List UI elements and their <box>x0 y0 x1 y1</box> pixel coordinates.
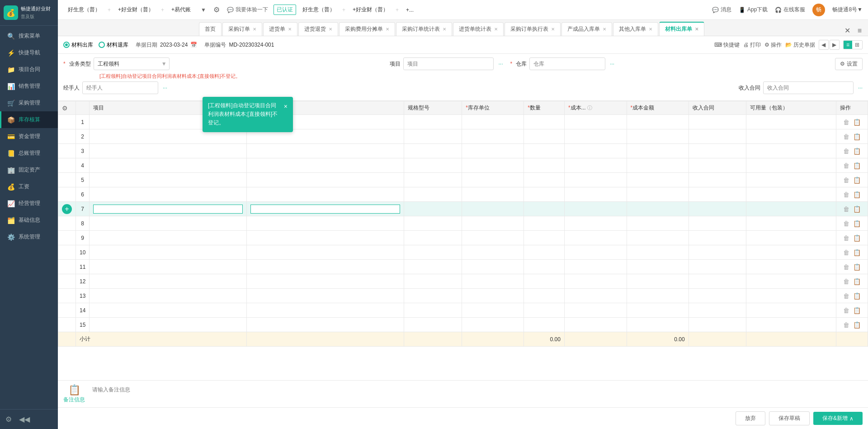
copy-icon-6[interactable]: 📋 <box>853 191 861 198</box>
row-available-4[interactable] <box>746 158 836 173</box>
row-available-2[interactable] <box>746 129 836 144</box>
table-row[interactable]: 4 🗑 📋 <box>58 158 868 173</box>
table-row[interactable]: 14 🗑 📋 <box>58 303 868 318</box>
row-spec-14[interactable] <box>404 303 462 318</box>
row-cost-6[interactable] <box>564 187 627 202</box>
row-material-12[interactable] <box>247 274 404 289</box>
row-qty-7[interactable] <box>524 202 565 216</box>
sidebar-item-sales[interactable]: 📊 销售管理 <box>0 78 58 95</box>
row-cost-13[interactable] <box>564 289 627 303</box>
delete-icon-1[interactable]: 🗑 <box>843 119 849 126</box>
row-cost-11[interactable] <box>564 260 627 274</box>
settings-bottom-icon[interactable]: ⚙ <box>5 415 12 424</box>
tab-0[interactable]: 首页 <box>199 22 222 36</box>
row-project-15[interactable] <box>90 318 247 332</box>
row-income-2[interactable] <box>689 129 746 144</box>
tab-6[interactable]: 进货单统计表✕ <box>453 22 504 36</box>
table-row[interactable]: 2 🗑 📋 <box>58 129 868 144</box>
row-available-12[interactable] <box>746 274 836 289</box>
row-available-13[interactable] <box>746 289 836 303</box>
row-income-5[interactable] <box>689 173 746 187</box>
topbar-goodfinance2[interactable]: +好业财（普） <box>348 4 393 15</box>
discard-button[interactable]: 放弃 <box>736 411 765 425</box>
row-qty-14[interactable] <box>524 303 565 318</box>
settings-button[interactable]: ⚙ 设置 <box>835 58 863 70</box>
delete-icon-9[interactable]: 🗑 <box>843 234 849 242</box>
row-unit-9[interactable] <box>462 231 524 245</box>
project-more-icon[interactable]: ··· <box>498 61 503 67</box>
row-unit-11[interactable] <box>462 260 524 274</box>
sidebar-item-inventory[interactable]: 📦 库存核算 <box>0 111 58 128</box>
row-income-15[interactable] <box>689 318 746 332</box>
delete-icon-14[interactable]: 🗑 <box>843 307 849 314</box>
row-spec-5[interactable] <box>404 173 462 187</box>
row-unit-10[interactable] <box>462 245 524 260</box>
row-income-14[interactable] <box>689 303 746 318</box>
row-unit-2[interactable] <box>462 129 524 144</box>
row-qty-11[interactable] <box>524 260 565 274</box>
row-cost-9[interactable] <box>564 231 627 245</box>
table-row[interactable]: 5 🗑 📋 <box>58 173 868 187</box>
topbar-goodfinance[interactable]: +好业财（普） <box>113 4 158 15</box>
row-cost-amount-9[interactable] <box>627 231 689 245</box>
sidebar-item-system[interactable]: ⚙️ 系统管理 <box>0 229 58 245</box>
copy-icon-4[interactable]: 📋 <box>853 162 861 169</box>
copy-icon-13[interactable]: 📋 <box>853 292 861 300</box>
row-unit-12[interactable] <box>462 274 524 289</box>
row-cost-15[interactable] <box>564 318 627 332</box>
topbar-more-arrow[interactable]: ▼ <box>197 5 210 15</box>
row-unit-14[interactable] <box>462 303 524 318</box>
table-row[interactable]: 11 🗑 📋 <box>58 260 868 274</box>
tab-close-2[interactable]: ✕ <box>288 27 292 32</box>
table-row[interactable]: + 7 🗑 📋 <box>58 202 868 216</box>
copy-icon-14[interactable]: 📋 <box>853 307 861 314</box>
row-available-5[interactable] <box>746 173 836 187</box>
topbar-app[interactable]: 📱 App下载 <box>739 6 768 14</box>
add-row-button[interactable]: + <box>62 204 72 214</box>
row-material-6[interactable] <box>247 187 404 202</box>
row-cost-8[interactable] <box>564 216 627 231</box>
row-material-14[interactable] <box>247 303 404 318</box>
radio-material-out[interactable]: 材料出库 <box>63 41 93 49</box>
row-spec-2[interactable] <box>404 129 462 144</box>
row-project-11[interactable] <box>90 260 247 274</box>
table-row[interactable]: 3 🗑 📋 <box>58 144 868 158</box>
draft-button[interactable]: 保存草稿 <box>769 411 810 425</box>
business-type-input[interactable] <box>94 57 170 70</box>
row-cost-7[interactable] <box>564 202 627 216</box>
row-qty-9[interactable] <box>524 231 565 245</box>
row-qty-10[interactable] <box>524 245 565 260</box>
row-unit-6[interactable] <box>462 187 524 202</box>
row-spec-13[interactable] <box>404 289 462 303</box>
tab-5[interactable]: 采购订单统计表✕ <box>396 22 452 36</box>
copy-icon-3[interactable]: 📋 <box>853 148 861 155</box>
row-project-14[interactable] <box>90 303 247 318</box>
tab-10[interactable]: 材料出库单✕ <box>659 22 704 36</box>
delete-icon-15[interactable]: 🗑 <box>843 321 849 329</box>
tab-close-all-icon[interactable]: ✕ <box>842 25 853 36</box>
sidebar-item-purchase[interactable]: 🛒 采购管理 <box>0 95 58 111</box>
tab-close-10[interactable]: ✕ <box>695 27 698 32</box>
copy-icon-12[interactable]: 📋 <box>853 278 861 285</box>
row-cost-amount-10[interactable] <box>627 245 689 260</box>
row-cost-amount-11[interactable] <box>627 260 689 274</box>
row-income-8[interactable] <box>689 216 746 231</box>
nav-next-btn[interactable]: ▶ <box>830 40 840 50</box>
row-material-3[interactable] <box>247 144 404 158</box>
row-available-14[interactable] <box>746 303 836 318</box>
tooltip-close-icon[interactable]: × <box>284 101 288 111</box>
row-material-9[interactable] <box>247 231 404 245</box>
calendar-icon[interactable]: 📅 <box>190 42 197 48</box>
row-available-9[interactable] <box>746 231 836 245</box>
row-qty-1[interactable] <box>524 115 565 129</box>
copy-icon-11[interactable]: 📋 <box>853 263 861 271</box>
row-available-7[interactable] <box>746 202 836 216</box>
table-row[interactable]: 12 🗑 📋 <box>58 274 868 289</box>
row-project-7[interactable] <box>90 202 247 216</box>
delete-icon-7[interactable]: 🗑 <box>843 205 849 213</box>
notes-textarea[interactable] <box>90 384 863 400</box>
row-qty-4[interactable] <box>524 158 565 173</box>
row-unit-15[interactable] <box>462 318 524 332</box>
tab-8[interactable]: 产成品入库单✕ <box>561 22 612 36</box>
row-income-1[interactable] <box>689 115 746 129</box>
